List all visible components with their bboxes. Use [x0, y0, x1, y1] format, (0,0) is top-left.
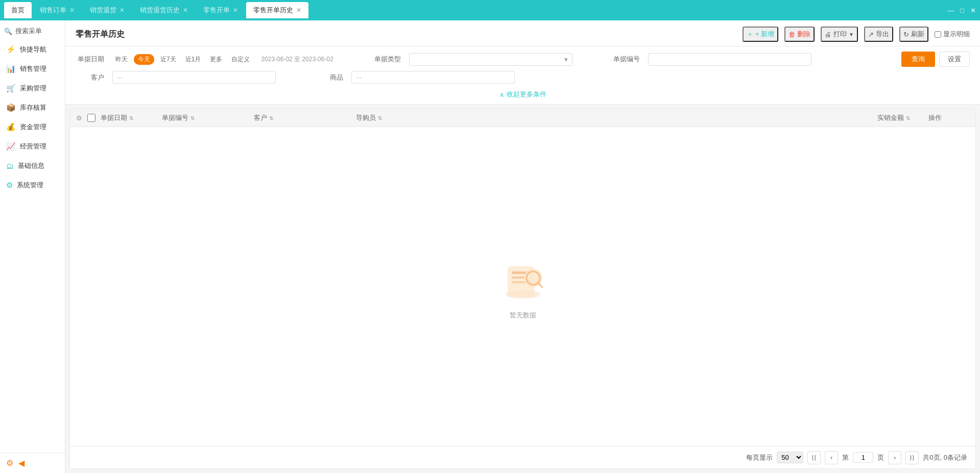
- sidebar-item-finance-mgmt[interactable]: 💰 资金管理: [0, 117, 65, 137]
- sidebar-item-operation-mgmt[interactable]: 📈 经营管理: [0, 137, 65, 156]
- tab-close-sales-order[interactable]: ✕: [69, 7, 75, 14]
- col-header-guide[interactable]: 导购员 ⇅: [356, 113, 407, 122]
- first-page-button[interactable]: ⟨⟨: [807, 451, 821, 464]
- collapse-icon: ∧: [499, 91, 505, 98]
- sidebar-item-quick-nav[interactable]: ⚡ 快捷导航: [0, 40, 65, 59]
- tab-retail-history[interactable]: 零售开单历史 ✕: [246, 2, 308, 18]
- add-button[interactable]: ＋ + 新增: [743, 27, 778, 42]
- search-icon: 🔍: [4, 28, 12, 35]
- date-opt-custom[interactable]: 自定义: [228, 54, 253, 65]
- date-opt-1month[interactable]: 近1月: [182, 54, 204, 65]
- num-filter-input[interactable]: [648, 53, 811, 66]
- goods-filter-label: 商品: [315, 73, 343, 82]
- tab-sales-return[interactable]: 销货退货 ✕: [83, 2, 132, 18]
- sidebar-item-sales-mgmt[interactable]: 📊 销售管理: [0, 59, 65, 79]
- sort-customer-icon: ⇅: [269, 115, 273, 121]
- sidebar: 🔍 搜索采单 ⚡ 快捷导航 📊 销售管理 🛒 采购管理 📦 库存核算 💰 资金管…: [0, 20, 65, 473]
- delete-button[interactable]: 🗑 删除: [784, 27, 815, 42]
- customer-filter-label: 客户: [76, 73, 104, 82]
- sort-guide-icon: ⇅: [378, 115, 382, 121]
- window-minimize-icon[interactable]: —: [947, 7, 954, 14]
- tab-retail-new[interactable]: 零售开单 ✕: [196, 2, 245, 18]
- tab-close-sales-return-history[interactable]: ✕: [183, 7, 188, 14]
- col-header-customer[interactable]: 客户 ⇅: [254, 113, 356, 122]
- date-opt-today[interactable]: 今天: [134, 54, 154, 65]
- table-settings-icon[interactable]: ⚙: [76, 114, 82, 122]
- finance-icon: 💰: [6, 122, 16, 132]
- goods-filter-input[interactable]: ···: [351, 71, 515, 84]
- sidebar-item-inventory[interactable]: 📦 库存核算: [0, 98, 65, 117]
- tab-sales-order[interactable]: 销售订单 ✕: [33, 2, 82, 18]
- sort-num-icon: ⇅: [190, 115, 195, 121]
- tab-bar: 首页 销售订单 ✕ 销货退货 ✕ 销货退货历史 ✕ 零售开单 ✕ 零售开单历史 …: [0, 0, 980, 20]
- tab-close-retail-history[interactable]: ✕: [296, 7, 301, 14]
- page-input[interactable]: [853, 452, 873, 463]
- date-opt-more[interactable]: 更多: [207, 54, 225, 65]
- sales-icon: 📊: [6, 64, 16, 73]
- print-icon: 🖨: [825, 31, 831, 38]
- sort-amount-icon: ⇅: [906, 115, 910, 121]
- show-detail-checkbox[interactable]: [935, 31, 941, 38]
- per-page-label: 每页显示: [746, 453, 773, 462]
- tab-sales-return-history[interactable]: 销货退货历史 ✕: [133, 2, 195, 18]
- window-maximize-icon[interactable]: □: [960, 7, 964, 14]
- sidebar-search[interactable]: 🔍 搜索采单: [0, 20, 65, 40]
- col-header-num[interactable]: 单据编号 ⇅: [162, 113, 254, 122]
- main-layout: 🔍 搜索采单 ⚡ 快捷导航 📊 销售管理 🛒 采购管理 📦 库存核算 💰 资金管…: [0, 20, 980, 473]
- num-filter-label: 单据编号: [611, 55, 640, 64]
- settings-button[interactable]: 设置: [939, 52, 970, 67]
- pagination: 每页显示 50 100 200 ⟨⟨ ‹ 第 页 › ⟩⟩ 共0页, 0条记录: [70, 446, 975, 468]
- show-detail-checkbox-label[interactable]: 显示明细: [935, 30, 970, 39]
- date-filter-label: 单据日期: [76, 55, 104, 64]
- tab-close-sales-return[interactable]: ✕: [119, 7, 125, 14]
- page-title: 零售开单历史: [76, 29, 125, 40]
- collapse-sidebar-icon[interactable]: ◀: [18, 458, 25, 468]
- print-dropdown-icon: ▼: [849, 32, 854, 37]
- type-filter-select[interactable]: ▾: [409, 53, 572, 66]
- quick-nav-icon: ⚡: [6, 45, 16, 54]
- next-page-button[interactable]: ›: [888, 451, 901, 464]
- last-page-button[interactable]: ⟩⟩: [905, 451, 919, 464]
- sidebar-item-sys-mgmt[interactable]: ⚙ 系统管理: [0, 176, 65, 195]
- tab-bar-right: — □ ✕: [947, 7, 976, 14]
- collapse-filter-button[interactable]: ∧ 收起更多条件: [499, 90, 546, 99]
- customer-filter-input[interactable]: ···: [112, 71, 276, 84]
- inventory-icon: 📦: [6, 103, 16, 112]
- type-filter-chevron-icon: ▾: [564, 56, 568, 63]
- print-button[interactable]: 🖨 打印 ▼: [821, 27, 858, 42]
- purchase-icon: 🛒: [6, 84, 16, 93]
- toolbar: ＋ + 新增 🗑 删除 🖨 打印 ▼ ↗ 导出 ↻: [743, 27, 970, 42]
- delete-icon: 🗑: [788, 31, 795, 38]
- prev-page-button[interactable]: ‹: [825, 451, 838, 464]
- window-close-icon[interactable]: ✕: [970, 7, 976, 14]
- tab-close-retail-new[interactable]: ✕: [233, 7, 238, 14]
- refresh-icon: ↻: [903, 31, 909, 38]
- page-header: 零售开单历史 ＋ + 新增 🗑 删除 🖨 打印 ▼ ↗ 导出: [65, 20, 980, 46]
- tab-home[interactable]: 首页: [4, 2, 32, 18]
- sort-date-icon: ⇅: [129, 115, 133, 121]
- page-suffix: 页: [877, 453, 884, 462]
- sys-icon: ⚙: [6, 181, 13, 190]
- content-area: 零售开单历史 ＋ + 新增 🗑 删除 🖨 打印 ▼ ↗ 导出: [65, 20, 980, 473]
- date-range-display: 2023-06-02 至 2023-06-02: [261, 55, 333, 64]
- sidebar-item-purchase-mgmt[interactable]: 🛒 采购管理: [0, 79, 65, 98]
- table-area: ⚙ 单据日期 ⇅ 单据编号 ⇅ 客户 ⇅ 导购员 ⇅: [69, 109, 976, 469]
- date-options: 昨天 今天 近7天 近1月 更多 自定义: [112, 54, 253, 65]
- empty-text: 暂无数据: [510, 311, 536, 320]
- type-filter-label: 单据类型: [372, 55, 401, 64]
- operation-icon: 📈: [6, 142, 16, 151]
- refresh-button[interactable]: ↻ 刷新: [899, 27, 928, 42]
- query-button[interactable]: 查询: [901, 52, 935, 67]
- per-page-select[interactable]: 50 100 200: [777, 452, 803, 463]
- export-button[interactable]: ↗ 导出: [864, 27, 893, 42]
- date-opt-yesterday[interactable]: 昨天: [112, 54, 131, 65]
- date-opt-7days[interactable]: 近7天: [157, 54, 179, 65]
- total-label: 共0页, 0条记录: [923, 453, 967, 462]
- page-label: 第: [842, 453, 849, 462]
- select-all-checkbox[interactable]: [87, 114, 95, 122]
- sidebar-bottom: ⚙ ◀: [0, 453, 65, 473]
- sidebar-item-basic-info[interactable]: 🗂 基础信息: [0, 156, 65, 176]
- col-header-amount[interactable]: 实销金额 ⇅: [877, 113, 928, 122]
- settings-bottom-icon[interactable]: ⚙: [6, 458, 13, 468]
- col-header-date[interactable]: 单据日期 ⇅: [101, 113, 162, 122]
